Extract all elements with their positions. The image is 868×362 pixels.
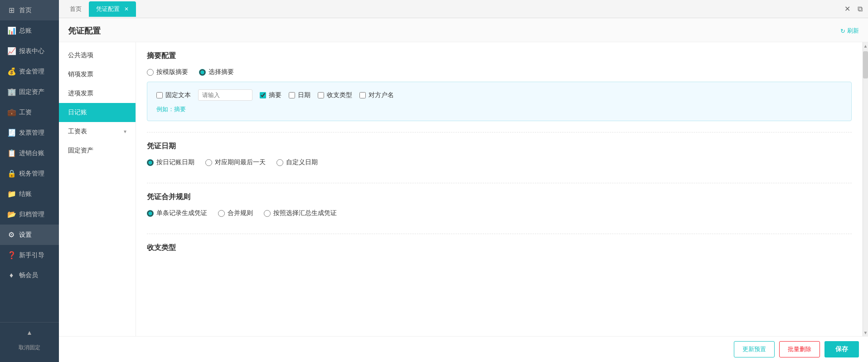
nav-item-purchase-invoice[interactable]: 进项发票 — [59, 84, 136, 103]
window-close-button[interactable]: ✕ — [843, 4, 852, 14]
nav-item-public[interactable]: 公共选项 — [59, 46, 136, 65]
tab-close-icon[interactable]: ✕ — [124, 6, 129, 12]
refresh-button[interactable]: ↻ 刷新 — [840, 27, 859, 35]
radio-last-day-label: 对应期间最后一天 — [215, 158, 266, 166]
radio-merge-rule-label: 合并规则 — [228, 209, 253, 217]
tab-home-label: 首页 — [70, 5, 82, 13]
sidebar-item-label: 归档管理 — [19, 210, 44, 219]
batch-delete-button[interactable]: 批量删除 — [779, 341, 820, 357]
archive-icon: 📂 — [7, 210, 15, 219]
radio-by-journal-date-input[interactable] — [147, 159, 154, 166]
sidebar-item-guide[interactable]: ❓ 新手引导 — [0, 245, 59, 265]
checkbox-counterparty-input[interactable] — [359, 92, 366, 98]
abstract-section: 摘要配置 按模版摘要 选择摘要 — [147, 51, 852, 132]
radio-by-selection[interactable]: 按照选择汇总生成凭证 — [264, 209, 337, 217]
nav-item-journal[interactable]: 日记账 — [59, 103, 136, 122]
radio-merge-rule[interactable]: 合并规则 — [218, 209, 253, 217]
sidebar-item-archive[interactable]: 📂 归档管理 — [0, 204, 59, 225]
window-restore-button[interactable]: ⧉ — [856, 4, 864, 14]
unpin-button[interactable]: 取消固定 — [0, 338, 59, 357]
abstract-example: 例如：摘要 — [156, 105, 842, 113]
sidebar-item-sales[interactable]: 📋 进销台账 — [0, 143, 59, 163]
sidebar-item-salary[interactable]: 💼 工资 — [0, 102, 59, 122]
tax-icon: 🔒 — [7, 169, 15, 178]
scroll-up-button[interactable]: ▲ — [0, 327, 59, 338]
nav-journal-label: 日记账 — [68, 108, 87, 117]
sidebar-item-member[interactable]: ♦ 畅会员 — [0, 265, 59, 285]
unpin-label: 取消固定 — [19, 344, 40, 352]
tab-bar-actions: ✕ ⧉ — [843, 4, 864, 14]
sidebar-item-invoice[interactable]: 🧾 发票管理 — [0, 122, 59, 143]
scroll-thumb[interactable] — [863, 51, 868, 78]
checkbox-abstract-input[interactable] — [260, 92, 266, 98]
tab-bar: 首页 凭证配置 ✕ ✕ ⧉ — [59, 0, 868, 18]
sidebar-item-reports[interactable]: 📈 报表中心 — [0, 41, 59, 61]
update-preview-button[interactable]: 更新预置 — [734, 341, 775, 357]
radio-merge-rule-input[interactable] — [218, 210, 225, 217]
abstract-checkbox-row: 固定文本 摘要 日期 — [156, 89, 842, 101]
radio-custom-date[interactable]: 自定义日期 — [276, 158, 318, 166]
sidebar-item-ledger[interactable]: 📊 总账 — [0, 20, 59, 41]
sidebar-item-settings[interactable]: ⚙ 设置 — [0, 225, 59, 245]
save-button[interactable]: 保存 — [824, 341, 859, 357]
date-radio-group: 按日记账日期 对应期间最后一天 自定义日期 — [147, 158, 852, 166]
sidebar-item-label: 固定资产 — [19, 88, 44, 96]
date-section-title: 凭证日期 — [147, 142, 852, 151]
checkbox-date[interactable]: 日期 — [289, 91, 310, 99]
checkbox-counterparty[interactable]: 对方户名 — [359, 91, 394, 99]
sidebar-item-assets[interactable]: 🏢 固定资产 — [0, 82, 59, 102]
radio-template-abstract[interactable]: 按模版摘要 — [147, 68, 188, 76]
refresh-icon: ↻ — [840, 28, 845, 34]
close-accounts-icon: 📁 — [7, 190, 15, 198]
checkbox-fixed-text-input[interactable] — [156, 92, 163, 98]
nav-item-salary-table[interactable]: 工资表 ▾ — [59, 122, 136, 141]
abstract-box: 固定文本 摘要 日期 — [147, 82, 852, 121]
radio-last-day-input[interactable] — [205, 159, 212, 166]
sidebar-item-close[interactable]: 📁 结账 — [0, 184, 59, 204]
radio-select-abstract-input[interactable] — [199, 69, 206, 76]
radio-last-day[interactable]: 对应期间最后一天 — [205, 158, 266, 166]
tab-voucher-config-label: 凭证配置 — [96, 5, 120, 13]
radio-template-abstract-input[interactable] — [147, 69, 154, 76]
sidebar-item-home[interactable]: ⊞ 首页 — [0, 0, 59, 20]
reports-icon: 📈 — [7, 47, 15, 55]
sidebar-item-tax[interactable]: 🔒 税务管理 — [0, 163, 59, 184]
date-section: 凭证日期 按日记账日期 对应期间最后一天 自定义日期 — [147, 142, 852, 183]
radio-by-journal-date[interactable]: 按日记账日期 — [147, 158, 194, 166]
checkbox-income-type-input[interactable] — [318, 92, 324, 98]
radio-single[interactable]: 单条记录生成凭证 — [147, 209, 207, 217]
radio-template-abstract-label: 按模版摘要 — [156, 68, 188, 76]
sidebar-item-label: 首页 — [19, 6, 32, 15]
scroll-down-arrow[interactable]: ▼ — [863, 329, 868, 336]
sidebar-item-label: 进销台账 — [19, 149, 44, 157]
radio-single-input[interactable] — [147, 210, 154, 217]
sidebar-item-funds[interactable]: 💰 资金管理 — [0, 61, 59, 82]
radio-select-abstract[interactable]: 选择摘要 — [199, 68, 234, 76]
sidebar-item-label: 总账 — [19, 27, 32, 35]
radio-custom-date-input[interactable] — [276, 159, 283, 166]
nav-item-sales-invoice[interactable]: 销项发票 — [59, 65, 136, 84]
nav-fixed-assets-label: 固定资产 — [68, 147, 93, 155]
checkbox-date-label: 日期 — [298, 91, 310, 99]
checkbox-abstract[interactable]: 摘要 — [260, 91, 281, 99]
tab-home[interactable]: 首页 — [63, 1, 89, 17]
tab-voucher-config[interactable]: 凭证配置 ✕ — [89, 1, 136, 17]
ledger-icon: 📊 — [7, 26, 15, 35]
outer-scrollbar: ▲ ▼ — [863, 42, 868, 336]
radio-by-selection-input[interactable] — [264, 210, 271, 217]
radio-by-selection-label: 按照选择汇总生成凭证 — [273, 209, 337, 217]
checkbox-fixed-text[interactable]: 固定文本 — [156, 91, 191, 99]
main-area: 首页 凭证配置 ✕ ✕ ⧉ 凭证配置 ↻ 刷新 公共选项 — [59, 0, 868, 362]
sidebar-item-label: 报表中心 — [19, 47, 44, 55]
checkbox-fixed-text-label: 固定文本 — [165, 91, 191, 99]
abstract-radio-group: 按模版摘要 选择摘要 — [147, 68, 852, 76]
nav-sales-invoice-label: 销项发票 — [68, 70, 93, 78]
checkbox-income-type[interactable]: 收支类型 — [318, 91, 352, 99]
checkbox-date-input[interactable] — [289, 92, 295, 98]
income-type-section-title: 收支类型 — [147, 243, 852, 253]
radio-single-label: 单条记录生成凭证 — [156, 209, 207, 217]
scroll-up-arrow[interactable]: ▲ — [863, 42, 868, 49]
right-content: 摘要配置 按模版摘要 选择摘要 — [136, 42, 863, 336]
nav-item-fixed-assets[interactable]: 固定资产 — [59, 141, 136, 160]
fixed-text-input[interactable] — [198, 89, 252, 101]
